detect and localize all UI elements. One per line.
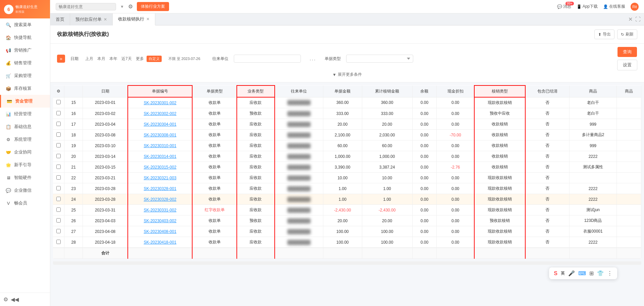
sidebar-item-system[interactable]: ⚙ 系统管理: [0, 133, 50, 146]
sidebar-item-operations[interactable]: 📊 经营管理: [0, 108, 50, 120]
row-checkbox[interactable]: [53, 183, 64, 194]
row-checkbox-input[interactable]: [56, 143, 61, 147]
row-doc-no[interactable]: SK-20230310-001: [128, 140, 193, 151]
sidebar-item-search[interactable]: 🔍 搜索菜单: [0, 18, 50, 31]
row-checkbox[interactable]: [53, 237, 64, 248]
sidebar-item-finance[interactable]: 💳 资金管理: [0, 95, 50, 108]
row-checkbox-input[interactable]: [56, 240, 61, 244]
row-checkbox[interactable]: [53, 108, 64, 119]
filter-settings-button[interactable]: 设置: [617, 60, 637, 70]
row-seq: 22: [64, 173, 83, 183]
more-icon[interactable]: ⋮: [607, 270, 612, 277]
row-checkbox-input[interactable]: [56, 207, 61, 212]
refresh-button[interactable]: ↻ 刷新: [617, 29, 637, 39]
row-doc-no[interactable]: SK-20230403-002: [128, 216, 193, 226]
online-service-button[interactable]: 👤 在线客服: [603, 4, 625, 9]
row-checkbox[interactable]: [53, 216, 64, 226]
table-row: 182023-03-08SK-20230308-001收款单应收款███████…: [53, 130, 641, 140]
row-doc-no[interactable]: SK-20230321-003: [128, 173, 193, 183]
sidebar-item-purchase[interactable]: 🛒 采购管理: [0, 69, 50, 82]
export-button[interactable]: ⬆ 导出: [594, 29, 614, 39]
sidebar-item-wechat[interactable]: 💬 企业微信: [0, 184, 50, 197]
tab-home[interactable]: 首页: [50, 13, 70, 25]
th-gear[interactable]: ⚙: [53, 85, 64, 97]
sidebar-item-enterprise[interactable]: 🤝 企业协同: [0, 146, 50, 159]
row-doc-no[interactable]: SK-20230328-002: [128, 194, 193, 205]
row-doc-no[interactable]: SK-20230304-001: [128, 119, 193, 130]
row-checkbox-input[interactable]: [56, 229, 61, 233]
tab-expand-icon[interactable]: ⛶: [635, 16, 641, 22]
doc-type-select[interactable]: [346, 55, 413, 63]
tabbar-actions: ✕ ⛶: [625, 16, 644, 22]
industry-solution-button[interactable]: 体验行业方案: [137, 2, 169, 11]
sidebar-item-inventory[interactable]: 📦 库存核算: [0, 82, 50, 95]
row-doc-no[interactable]: SK-20230328-001: [128, 183, 193, 194]
sidebar-item-sales[interactable]: 💰 销售管理: [0, 57, 50, 69]
expand-more-button[interactable]: ▼ 展开更多条件: [332, 72, 362, 77]
row-doc-no[interactable]: SK-20230301-002: [128, 97, 193, 108]
row-checkbox[interactable]: [53, 162, 64, 173]
partner-input[interactable]: [234, 55, 301, 63]
sidebar-item-member[interactable]: V 畅会员: [0, 197, 50, 209]
row-checkbox-input[interactable]: [56, 111, 61, 115]
tab-receipts-close-icon[interactable]: ✕: [146, 17, 150, 21]
sidebar-item-shortcuts[interactable]: 🏠 快捷导航: [0, 31, 50, 44]
row-doc-no[interactable]: SK-20230408-001: [128, 226, 193, 237]
mic-icon[interactable]: 🎤: [568, 270, 575, 277]
row-checkbox[interactable]: [53, 194, 64, 205]
row-checkbox[interactable]: [53, 205, 64, 216]
settings-icon[interactable]: ⚙: [3, 296, 8, 303]
shirt-icon[interactable]: 👕: [597, 270, 604, 277]
row-checkbox[interactable]: [53, 151, 64, 162]
row-checkbox-input[interactable]: [56, 197, 61, 201]
row-doc-no[interactable]: SK-20230314-001: [128, 151, 193, 162]
row-amount: 2,100.00: [323, 130, 362, 140]
app-download-button[interactable]: 📱 App下载: [577, 4, 598, 9]
date-last-month-button[interactable]: 上月: [84, 55, 95, 62]
row-checkbox-input[interactable]: [56, 186, 61, 190]
row-balance: 0.00: [412, 183, 437, 194]
row-doc-no[interactable]: SK-20230308-001: [128, 130, 193, 140]
tab-prepay[interactable]: 预付款应付单 ✕: [70, 13, 113, 25]
row-checkbox-input[interactable]: [56, 175, 61, 180]
date-this-month-button[interactable]: 本月: [96, 55, 107, 62]
row-checkbox[interactable]: [53, 130, 64, 140]
row-checkbox[interactable]: [53, 119, 64, 130]
message-button[interactable]: 💬 消息 99+: [557, 4, 571, 9]
topbar-title-input[interactable]: [56, 3, 116, 10]
keyboard-icon[interactable]: ⌨: [578, 270, 586, 277]
collapse-icon[interactable]: ◀◀: [11, 296, 19, 303]
dropdown-arrow-icon[interactable]: ▼: [120, 4, 124, 9]
row-doc-no[interactable]: SK-20230418-001: [128, 237, 193, 248]
tab-prepay-close-icon[interactable]: ✕: [104, 17, 107, 22]
tab-close-all-icon[interactable]: ✕: [628, 16, 633, 22]
sidebar-item-basic[interactable]: 📋 基础信息: [0, 120, 50, 133]
query-button[interactable]: 查询: [618, 47, 637, 57]
horizontal-scrollbar[interactable]: [53, 261, 641, 265]
row-checkbox-input[interactable]: [56, 122, 61, 126]
row-checkbox[interactable]: [53, 173, 64, 183]
row-doc-no[interactable]: SK-20230331-002: [128, 205, 193, 216]
row-checkbox[interactable]: [53, 140, 64, 151]
row-checkbox-input[interactable]: [56, 154, 61, 158]
row-checkbox-input[interactable]: [56, 165, 61, 169]
filter-expand-button[interactable]: »: [57, 55, 65, 63]
sidebar-item-hardware[interactable]: 🖥 智能硬件: [0, 171, 50, 184]
tab-receipts[interactable]: 收款核销执行 ✕: [113, 13, 155, 25]
row-doc-no[interactable]: SK-20230302-002: [128, 108, 193, 119]
sidebar-item-guide[interactable]: 🌟 新手引导: [0, 159, 50, 171]
row-checkbox[interactable]: [53, 226, 64, 237]
date-custom-button[interactable]: 自定义: [147, 56, 162, 62]
topbar-gear-icon[interactable]: ⚙: [128, 3, 133, 10]
date-7days-button[interactable]: 近7天: [120, 55, 133, 62]
date-more-button[interactable]: 更多: [135, 55, 145, 62]
row-checkbox-input[interactable]: [56, 100, 61, 104]
date-this-year-button[interactable]: 本年: [108, 55, 119, 62]
row-checkbox[interactable]: [53, 97, 64, 108]
grid-icon[interactable]: ⊞: [589, 270, 594, 277]
user-avatar[interactable]: Rit: [631, 3, 639, 11]
row-checkbox-input[interactable]: [56, 132, 61, 137]
row-checkbox-input[interactable]: [56, 218, 61, 223]
sidebar-item-marketing[interactable]: 📢 营销推广: [0, 44, 50, 57]
row-doc-no[interactable]: SK-20230315-002: [128, 162, 193, 173]
